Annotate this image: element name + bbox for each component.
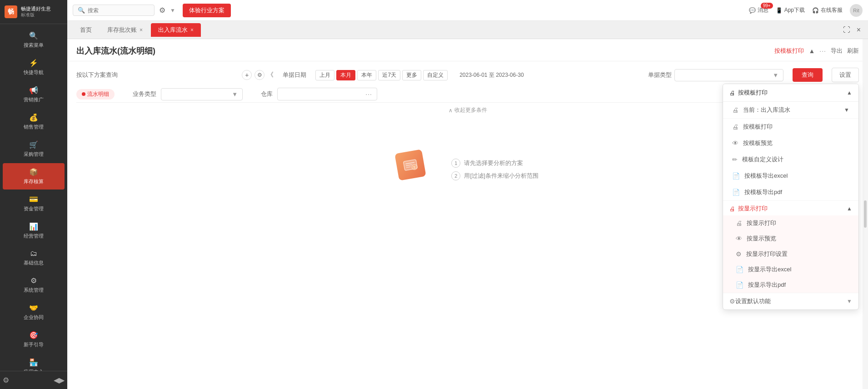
display-print-label: 按显示打印 (738, 204, 768, 213)
sidebar-label-search: 搜索菜单 (24, 42, 44, 49)
dropdown-item-template-print[interactable]: 🖨按模板打印 (723, 119, 858, 135)
filter-settings-button[interactable]: ⚙ (254, 70, 264, 80)
display-print-icon: 🖨 (729, 205, 735, 212)
refresh-button[interactable]: 刷新 (847, 47, 859, 55)
online-support-button[interactable]: 🎧 在线客服 (812, 6, 843, 14)
sidebar-collapse-icon[interactable]: ◀▶ (54, 376, 65, 384)
dropdown-item-template-preview[interactable]: 👁按模板预览 (723, 135, 858, 151)
maximize-button[interactable]: ⛶ (841, 24, 852, 36)
date-btn-custom[interactable]: 自定义 (423, 70, 448, 80)
sidebar-item-purchase[interactable]: 🛒采购管理 (3, 136, 65, 162)
search-box[interactable]: 🔍 (73, 5, 155, 16)
dropdown-title: 🖨 按模板打印 (729, 89, 768, 97)
dropdown-sub-icon-display-print: 🖨 (736, 219, 742, 227)
query-button[interactable]: 查询 (793, 68, 823, 82)
dropdown-item-template-export-excel[interactable]: 📄按模板导出excel (723, 168, 858, 184)
tab-close-flow[interactable]: × (190, 27, 194, 33)
sidebar-icon-quick-nav: ⚡ (29, 59, 38, 67)
sidebar-item-finance[interactable]: 💳资金管理 (3, 190, 65, 217)
print-chevron-icon[interactable]: ▲ (808, 47, 815, 55)
date-btn-last-month[interactable]: 上月 (315, 70, 334, 80)
sidebar-label-finance: 资金管理 (24, 205, 44, 212)
dropdown-sub-label-display-export-pdf: 按显示导出pdf (748, 281, 786, 289)
date-btn-last-7-days[interactable]: 近7天 (378, 70, 400, 80)
tab-label-home: 首页 (80, 26, 92, 34)
sidebar-label-collab: 企业协同 (24, 314, 44, 321)
tab-label-flow: 出入库流水 (158, 26, 188, 34)
print-button[interactable]: 按模板打印 (774, 47, 804, 55)
current-template-chevron[interactable]: ▼ (844, 107, 849, 113)
date-btn-current-month[interactable]: 本月 (336, 70, 355, 80)
voucher-type-select[interactable]: ▼ (674, 69, 783, 81)
search-input[interactable] (88, 7, 150, 14)
tab-flow[interactable]: 出入库流水× (151, 23, 201, 37)
sidebar-icon-basic: 🗂 (30, 249, 37, 258)
sidebar-settings-icon[interactable]: ⚙ (3, 376, 9, 384)
sidebar-label-guide: 新手引导 (24, 341, 44, 348)
date-btn-current-year[interactable]: 本年 (357, 70, 376, 80)
topbar-settings-icon[interactable]: ⚙ (159, 6, 165, 15)
column-settings-button[interactable]: 设置 (832, 68, 859, 82)
tab-batch-account[interactable]: 库存批次账× (100, 23, 150, 37)
current-template-icon: 🖨 (732, 106, 738, 114)
hint-2: 2 用[过滤]条件来缩小分析范围 (451, 171, 538, 180)
dropdown-collapse-icon[interactable]: ▲ (847, 90, 852, 96)
business-type-chevron: ▼ (232, 91, 238, 98)
display-print-header[interactable]: 🖨 按显示打印 ▲ (723, 201, 858, 215)
current-template-display[interactable]: 🖨 当前：出入库流水 ▼ (723, 102, 858, 118)
sidebar-item-basic[interactable]: 🗂基础信息 (3, 245, 65, 271)
user-avatar[interactable]: Rit (850, 4, 863, 17)
display-print-section: 🖨 按显示打印 ▲ 🖨按显示打印👁按显示预览⚙按显示打印设置📄按显示导出exce… (723, 201, 858, 293)
sidebar-item-search[interactable]: 🔍搜索菜单 (3, 27, 65, 53)
trial-button[interactable]: 体验行业方案 (183, 4, 231, 17)
tab-home[interactable]: 首页 (73, 23, 99, 37)
close-all-button[interactable]: × (855, 24, 863, 36)
business-type-select[interactable]: ▼ (161, 88, 243, 100)
sidebar-label-inventory: 库存核算 (24, 178, 44, 185)
sidebar-label-operations: 经营管理 (24, 233, 44, 239)
sidebar-icon-appstore: 🏪 (29, 358, 38, 367)
sidebar-item-guide[interactable]: 🎯新手引导 (3, 326, 65, 353)
sidebar-item-sales[interactable]: 💰销售管理 (3, 109, 65, 135)
sidebar-item-quick-nav[interactable]: ⚡快捷导航 (3, 54, 65, 80)
date-btn-more[interactable]: 更多 (402, 70, 421, 80)
dropdown-icon-template-preview: 👁 (732, 140, 738, 147)
dropdown-sub-label-display-print: 按显示打印 (747, 219, 776, 227)
sidebar-item-collab[interactable]: 🤝企业协同 (3, 299, 65, 325)
filter-add-button[interactable]: + (242, 70, 252, 80)
dropdown-sub-item-display-print[interactable]: 🖨按显示打印 (723, 215, 858, 231)
sidebar-bottom: ⚙ ◀▶ (0, 371, 67, 389)
dropdown-item-template-custom[interactable]: ✏模板自定义设计 (723, 151, 858, 168)
dropdown-item-template-export-pdf[interactable]: 📄按模板导出pdf (723, 184, 858, 200)
warehouse-select[interactable]: ··· (277, 88, 377, 100)
topbar-chevron-icon[interactable]: ▼ (170, 7, 175, 14)
export-button[interactable]: 导出 (831, 47, 843, 55)
display-print-expand-icon[interactable]: ▲ (847, 205, 852, 212)
dropdown-sub-icon-display-export-pdf: 📄 (736, 281, 743, 289)
tab-close-batch-account[interactable]: × (140, 27, 143, 33)
sidebar-item-operations[interactable]: 📊经营管理 (3, 218, 65, 244)
dropdown-sub-item-display-preview[interactable]: 👁按显示预览 (723, 231, 858, 246)
sidebar-item-system[interactable]: ⚙系统管理 (3, 272, 65, 298)
hint-2-text: 用[过滤]条件来缩小分析范围 (464, 172, 538, 180)
dropdown-sub-icon-display-export-excel: 📄 (736, 266, 743, 273)
tab-label-batch-account: 库存批次账 (107, 26, 137, 34)
filter-collapse-icon[interactable]: 《 (267, 71, 274, 79)
app-download-button[interactable]: 📱 App下载 (776, 6, 805, 14)
dropdown-sub-label-display-export-excel: 按显示导出excel (748, 265, 791, 274)
dropdown-sub-item-display-export-pdf[interactable]: 📄按显示导出pdf (723, 277, 858, 293)
dropdown-sub-item-display-export-excel[interactable]: 📄按显示导出excel (723, 262, 858, 277)
sidebar-item-appstore[interactable]: 🏪应用中心 (3, 354, 65, 371)
dropdown-footer[interactable]: ⚙ 设置默认功能 ▼ (723, 293, 858, 309)
more-options-icon[interactable]: ··· (819, 47, 826, 55)
page-header: 出入库流水(流水明细) 按模板打印 ▲ ··· 导出 刷新 (67, 39, 868, 61)
right-scrollbar[interactable] (863, 39, 868, 389)
hint-1-num: 1 (451, 159, 460, 168)
sidebar-nav: 🔍搜索菜单⚡快捷导航📢营销推广💰销售管理🛒采购管理📦库存核算💳资金管理📊经营管理… (0, 24, 67, 371)
sidebar-item-marketing[interactable]: 📢营销推广 (3, 81, 65, 108)
messages-button[interactable]: 💬 消息 99+ (749, 6, 768, 14)
dropdown-header: 🖨 按模板打印 ▲ (723, 84, 858, 102)
sidebar-item-inventory[interactable]: 📦库存核算 (3, 163, 65, 190)
print-header-icon: 🖨 (729, 90, 735, 96)
dropdown-sub-item-display-print-settings[interactable]: ⚙按显示打印设置 (723, 246, 858, 262)
